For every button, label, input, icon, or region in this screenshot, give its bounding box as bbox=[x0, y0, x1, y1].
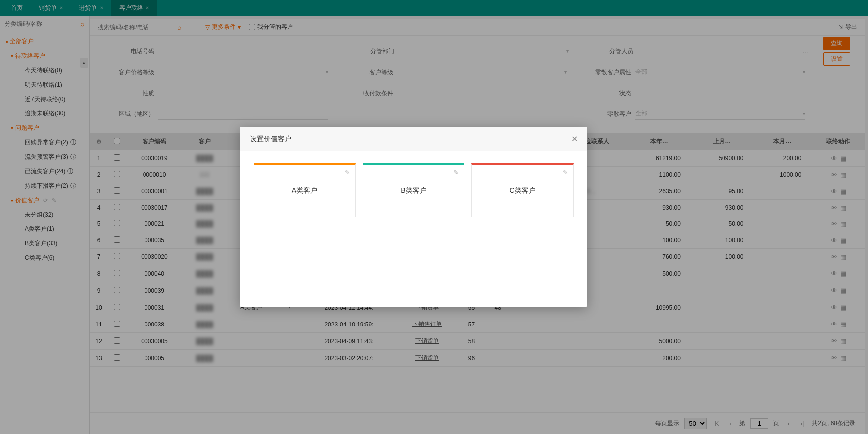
edit-icon[interactable]: ✎ bbox=[453, 169, 459, 176]
card-label: C类客户 bbox=[510, 186, 536, 195]
value-customer-modal: 设置价值客户 ✕ ✎ A类客户 ✎ B类客户 ✎ C类客户 bbox=[240, 127, 587, 307]
card-class-a[interactable]: ✎ A类客户 bbox=[254, 163, 356, 217]
edit-icon[interactable]: ✎ bbox=[563, 169, 568, 176]
card-label: B类客户 bbox=[401, 186, 426, 195]
card-class-c[interactable]: ✎ C类客户 bbox=[471, 163, 574, 217]
edit-icon[interactable]: ✎ bbox=[345, 169, 350, 176]
modal-title: 设置价值客户 bbox=[250, 135, 291, 144]
modal-close-button[interactable]: ✕ bbox=[571, 134, 578, 144]
card-class-b[interactable]: ✎ B类客户 bbox=[363, 163, 465, 217]
card-label: A类客户 bbox=[292, 186, 317, 195]
